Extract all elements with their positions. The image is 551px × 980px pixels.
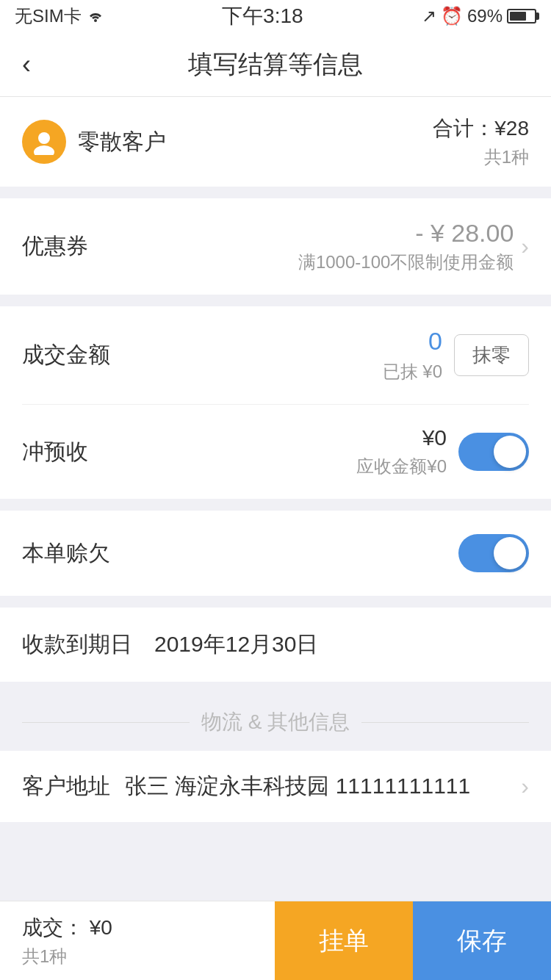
svg-point-0 <box>38 132 50 144</box>
prepay-right: ¥0 应收金额¥0 <box>356 425 529 478</box>
prepay-row: 冲预收 ¥0 应收金额¥0 <box>22 405 529 499</box>
coupon-row[interactable]: 优惠券 - ¥ 28.00 满1000-100不限制使用金额 › <box>0 198 551 295</box>
divider-line-left <box>22 722 190 723</box>
svg-point-1 <box>34 145 54 155</box>
transaction-value: 0 <box>383 327 442 356</box>
logistics-divider: 物流 & 其他信息 <box>0 693 551 751</box>
status-left: 无SIM卡 <box>15 4 104 28</box>
bottom-bar: 成交： ¥0 共1种 挂单 保存 <box>0 901 551 980</box>
bottom-actions: 挂单 保存 <box>275 901 551 980</box>
battery-fill <box>510 12 526 21</box>
duedate-row: 收款到期日 2019年12月30日 <box>22 630 529 660</box>
transaction-sub: 已抹 ¥0 <box>383 360 442 383</box>
page-title: 填写结算等信息 <box>188 48 363 82</box>
transaction-section: 成交金额 0 已抹 ¥0 抹零 冲预收 ¥0 应收金额¥0 <box>0 306 551 499</box>
prepay-toggle[interactable] <box>458 433 529 471</box>
customer-name: 零散客户 <box>78 127 166 157</box>
transaction-row: 成交金额 0 已抹 ¥0 抹零 <box>22 306 529 405</box>
debt-section: 本单赊欠 <box>0 511 551 596</box>
address-chevron-icon: › <box>521 773 529 800</box>
prepay-value: ¥0 <box>356 425 447 450</box>
bottom-deal: 成交： ¥0 <box>22 914 253 942</box>
wifi-icon <box>87 10 104 22</box>
customer-count: 共1种 <box>433 145 529 169</box>
customer-total: 合计：¥28 <box>433 115 529 143</box>
status-right: ↗ ⏰ 69% <box>422 6 536 26</box>
address-value: 张三 海淀永丰科技园 11111111111 <box>125 771 509 801</box>
prepay-right-wrap: ¥0 应收金额¥0 <box>356 425 447 478</box>
transaction-right: 0 已抹 ¥0 抹零 <box>383 327 529 383</box>
logistics-label: 物流 & 其他信息 <box>201 708 350 736</box>
coupon-label: 优惠券 <box>22 231 88 262</box>
bottom-count: 共1种 <box>22 945 253 968</box>
location-icon: ↗ <box>422 6 436 26</box>
carrier-label: 无SIM卡 <box>15 4 82 28</box>
back-button[interactable]: ‹ <box>22 49 31 80</box>
prepay-label: 冲预收 <box>22 437 88 467</box>
duedate-value: 2019年12月30日 <box>154 630 318 660</box>
customer-row: 零散客户 合计：¥28 共1种 <box>0 97 551 187</box>
transaction-label: 成交金额 <box>22 340 110 370</box>
alarm-icon: ⏰ <box>441 6 463 26</box>
address-label: 客户地址 <box>22 771 110 801</box>
transaction-right-wrap: 0 已抹 ¥0 <box>383 327 442 383</box>
prepay-sub: 应收金额¥0 <box>356 455 447 478</box>
coupon-right: - ¥ 28.00 满1000-100不限制使用金额 › <box>298 219 529 274</box>
deal-label: 成交： <box>22 916 84 939</box>
person-icon <box>31 129 57 155</box>
divider-line-right <box>361 722 529 723</box>
debt-toggle[interactable] <box>458 534 529 572</box>
debt-label: 本单赊欠 <box>22 538 110 569</box>
address-section[interactable]: 客户地址 张三 海淀永丰科技园 11111111111 › <box>0 751 551 822</box>
chevron-right-icon: › <box>521 233 529 260</box>
status-bar: 无SIM卡 下午3:18 ↗ ⏰ 69% <box>0 0 551 32</box>
hang-button[interactable]: 挂单 <box>275 901 413 980</box>
content: 零散客户 合计：¥28 共1种 优惠券 - ¥ 28.00 满1000-100不… <box>0 97 551 922</box>
round-off-button[interactable]: 抹零 <box>454 334 529 376</box>
customer-right: 合计：¥28 共1种 <box>433 115 529 169</box>
nav-bar: ‹ 填写结算等信息 <box>0 32 551 97</box>
battery-percent: 69% <box>467 6 503 26</box>
customer-left: 零散客户 <box>22 120 166 164</box>
coupon-right-wrap: - ¥ 28.00 满1000-100不限制使用金额 <box>298 219 514 274</box>
deal-value: ¥0 <box>90 916 112 939</box>
battery-icon <box>507 9 536 24</box>
duedate-label: 收款到期日 <box>22 630 132 660</box>
avatar <box>22 120 66 164</box>
status-time: 下午3:18 <box>222 2 303 30</box>
save-button[interactable]: 保存 <box>413 901 551 980</box>
duedate-section: 收款到期日 2019年12月30日 <box>0 608 551 682</box>
coupon-amount: - ¥ 28.00 <box>298 219 514 248</box>
bottom-info: 成交： ¥0 共1种 <box>0 914 275 968</box>
coupon-desc: 满1000-100不限制使用金额 <box>298 251 514 274</box>
